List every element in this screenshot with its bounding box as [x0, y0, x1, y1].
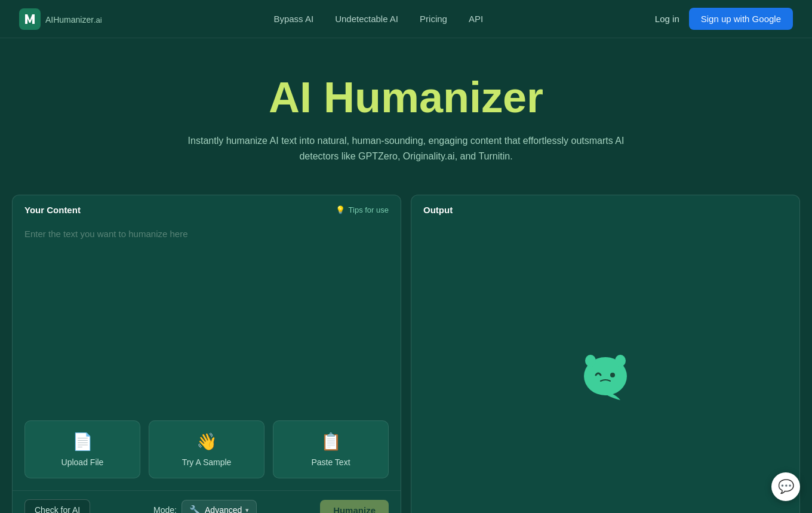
signup-button[interactable]: Sign up with Google: [689, 8, 793, 30]
try-sample-label: Try A Sample: [182, 457, 232, 467]
action-cards: 📄 Upload File 👋 Try A Sample 📋 Paste Tex…: [13, 416, 401, 490]
output-area: [411, 220, 799, 513]
tips-icon: 💡: [336, 205, 345, 214]
left-panel: Your Content 💡 Tips for use 📄 Upload Fil…: [12, 195, 401, 513]
content-textarea[interactable]: [24, 227, 389, 408]
paste-text-card[interactable]: 📋 Paste Text: [273, 420, 389, 478]
mascot-icon: [576, 345, 635, 405]
logo-icon: [19, 8, 41, 30]
upload-file-card[interactable]: 📄 Upload File: [24, 420, 140, 478]
right-panel-title: Output: [423, 205, 453, 215]
upload-file-icon: 📄: [72, 432, 93, 451]
nav-links: Bypass AI Undetectable AI Pricing API: [273, 14, 483, 24]
right-panel: Output: [411, 195, 800, 513]
try-sample-icon: 👋: [196, 432, 217, 451]
mode-label: Mode:: [153, 505, 177, 513]
mode-dropdown[interactable]: 🔧 Advanced ▾: [182, 500, 257, 513]
humanize-button[interactable]: Humanize: [320, 500, 389, 513]
hero-title: AI Humanizer: [12, 74, 800, 121]
logo[interactable]: AIHumanizer.ai: [19, 8, 102, 30]
logo-text: AIHumanizer.ai: [45, 12, 102, 26]
left-panel-header: Your Content 💡 Tips for use: [13, 195, 401, 220]
check-ai-button[interactable]: Check for AI: [24, 499, 90, 513]
nav-api[interactable]: API: [469, 14, 483, 24]
mode-value: Advanced: [205, 505, 242, 513]
textarea-area: [13, 220, 401, 416]
paste-text-label: Paste Text: [311, 457, 350, 467]
bottom-bar: Check for AI Mode: 🔧 Advanced ▾ Humanize: [13, 490, 401, 513]
login-link[interactable]: Log in: [655, 14, 679, 24]
support-button[interactable]: 💬: [771, 472, 800, 501]
hero-subtitle: Instantly humanize AI text into natural,…: [173, 133, 639, 164]
navbar: AIHumanizer.ai Bypass AI Undetectable AI…: [0, 0, 812, 38]
support-icon: 💬: [778, 479, 794, 494]
right-panel-header: Output: [411, 195, 799, 220]
tips-label: Tips for use: [349, 205, 389, 214]
chevron-down-icon: ▾: [245, 506, 249, 513]
tips-link[interactable]: 💡 Tips for use: [336, 205, 389, 214]
svg-rect-0: [19, 8, 41, 30]
hero-section: AI Humanizer Instantly humanize AI text …: [0, 38, 812, 183]
paste-text-icon: 📋: [321, 432, 342, 451]
nav-bypass-ai[interactable]: Bypass AI: [273, 14, 313, 24]
nav-right: Log in Sign up with Google: [655, 8, 793, 30]
nav-pricing[interactable]: Pricing: [420, 14, 447, 24]
svg-point-4: [610, 373, 615, 377]
upload-file-label: Upload File: [61, 457, 104, 467]
main-content: Your Content 💡 Tips for use 📄 Upload Fil…: [0, 183, 812, 513]
try-sample-card[interactable]: 👋 Try A Sample: [149, 420, 264, 478]
left-panel-title: Your Content: [24, 205, 81, 215]
mode-selector: Mode: 🔧 Advanced ▾: [153, 500, 257, 513]
svg-point-2: [585, 355, 596, 367]
mode-icon: 🔧: [189, 505, 201, 513]
svg-point-3: [615, 355, 626, 367]
nav-undetectable-ai[interactable]: Undetectable AI: [335, 14, 398, 24]
